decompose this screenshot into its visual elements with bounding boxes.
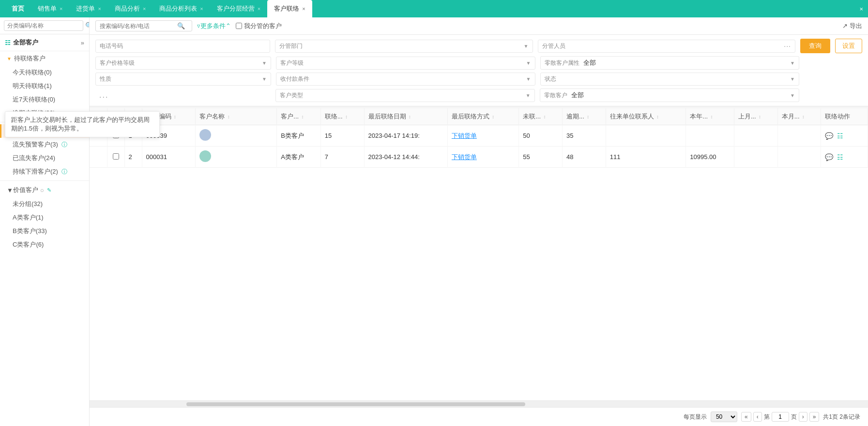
collapse-sidebar-icon[interactable]: » — [81, 39, 84, 46]
sort-icon-type: ↕ — [301, 114, 304, 119]
price-level-field[interactable]: 客户价格等级 ▼ — [95, 57, 271, 70]
info-icon-2: ⓘ — [61, 141, 67, 148]
export-button[interactable]: ↗ 导出 — [842, 22, 862, 30]
col-contact[interactable]: 联络... ↕ — [320, 108, 364, 125]
dept-field[interactable]: 分管部门 ▼ — [275, 40, 533, 53]
expand-icon: ▼ — [7, 56, 12, 61]
sort-icon-date: ↕ — [409, 114, 411, 119]
sort-icon-code: ↕ — [174, 114, 176, 119]
tab-purchase[interactable]: 进货单 × — [69, 0, 107, 17]
customer-type-field[interactable]: 客户类型 ▼ — [275, 89, 535, 102]
row2-method-link[interactable]: 下销货单 — [452, 153, 477, 161]
phone-field[interactable]: 电话号码 — [95, 40, 270, 53]
sidebar-item-c-type-label: C类客户(6) — [13, 241, 44, 248]
manager-field[interactable]: 分管人员 ··· — [538, 40, 796, 53]
more-conditions-btn[interactable]: ▿ 更多条件 ⌃ — [197, 22, 231, 30]
adv-row-1: 电话号码 分管部门 ▼ 分管人员 ··· 查询 设置 — [95, 39, 862, 53]
pagination-bar: 每页显示 50 20 100 « ‹ 第 页 › » 共1页 2条记录 — [90, 407, 868, 426]
sidebar-search-icon[interactable]: 🔍 — [85, 22, 90, 29]
last-page-btn[interactable]: » — [809, 412, 820, 422]
col-overdue[interactable]: 逾期... ↕ — [562, 108, 606, 125]
sidebar-item-today[interactable]: 今天待联络(0) — [0, 66, 89, 79]
tab-sales[interactable]: 销售单 × — [31, 0, 69, 17]
customer-level-field[interactable]: 客户等级 ▼ — [276, 57, 535, 70]
sidebar-item-c-type[interactable]: C类客户(6) — [0, 238, 89, 251]
scroll-thumb[interactable] — [186, 402, 525, 406]
row2-chat-icon[interactable]: 💬 — [825, 153, 833, 161]
status-field[interactable]: 状态 ▼ — [540, 73, 800, 86]
page-number-input[interactable] — [772, 412, 789, 422]
col-unit-contact[interactable]: 往来单位联系人 ↕ — [606, 108, 686, 125]
col-last-method[interactable]: 最后联络方式 ↕ — [447, 108, 518, 125]
next-page-btn[interactable]: › — [799, 412, 807, 422]
sidebar-item-already-lost-label: 已流失客户(24) — [13, 154, 55, 162]
my-customers-check[interactable]: 我分管的客户 — [236, 22, 282, 30]
col-this-year[interactable]: 本年... ↕ — [686, 108, 734, 125]
first-page-btn[interactable]: « — [741, 412, 751, 422]
edit-icon[interactable]: ✎ — [47, 187, 51, 193]
info-icon-3: ⓘ — [61, 168, 67, 175]
row2-grid-icon[interactable]: ☷ — [837, 153, 843, 161]
retail-attr-field[interactable]: 零散客户属性 全部 ▼ — [540, 56, 800, 70]
row1-grid-icon[interactable]: ☷ — [837, 132, 843, 140]
col-last-date[interactable]: 最后联络日期 ↕ — [364, 108, 447, 125]
table-section: ⚙ 客户编码 ↕ 客户名称 ↕ — [90, 108, 868, 400]
col-cust-type[interactable]: 客户... ↕ — [277, 108, 320, 125]
row1-method-link[interactable]: 下销货单 — [452, 132, 477, 139]
sidebar-item-already-lost[interactable]: 已流失客户(24) — [0, 151, 89, 165]
tab-product-list[interactable]: 商品分析列表 × — [152, 0, 210, 17]
sidebar-item-7days[interactable]: 近7天待联络(0) — [0, 93, 89, 106]
all-customers-header[interactable]: ☷ 全部客户 » — [0, 34, 89, 51]
tab-home[interactable]: 首页 — [5, 0, 31, 17]
price-level-label: 客户价格等级 — [100, 59, 135, 67]
tab-product-analysis-close[interactable]: × — [143, 6, 146, 12]
retail-customer-field[interactable]: 零散客户 全部 ▼ — [540, 88, 799, 102]
sidebar-pending-group[interactable]: ▼ 待联络客户 — [0, 51, 89, 66]
prev-page-btn[interactable]: ‹ — [753, 412, 762, 422]
sidebar-item-continuous-down[interactable]: 持续下滑客户(2) ⓘ — [0, 165, 89, 178]
my-customers-checkbox[interactable] — [236, 23, 242, 29]
tab-product-analysis[interactable]: 商品分析 × — [108, 0, 152, 17]
col-name[interactable]: 客户名称 ↕ — [196, 108, 277, 125]
sidebar-search-input[interactable] — [4, 20, 83, 31]
tab-purchase-close[interactable]: × — [98, 6, 101, 12]
per-page-select[interactable]: 50 20 100 — [711, 411, 737, 422]
horizontal-scrollbar[interactable] — [90, 400, 868, 407]
manager-label: 分管人员 — [542, 42, 565, 50]
row1-this-year — [686, 125, 734, 147]
retail-attr-caret-icon: ▼ — [790, 60, 795, 66]
gender-field[interactable]: 性质 ▼ — [95, 73, 271, 86]
settings-button[interactable]: 设置 — [835, 39, 862, 53]
col-this-month[interactable]: 本月... ↕ — [777, 108, 821, 125]
tab-customer-tier-close[interactable]: × — [258, 6, 260, 12]
sidebar-item-b-type[interactable]: B类客户(33) — [0, 224, 89, 238]
sidebar-item-ungroup[interactable]: 未分组(32) — [0, 197, 89, 211]
adv-row-3: 性质 ▼ 收付款条件 ▼ 状态 ▼ — [95, 73, 862, 86]
sidebar-item-a-type[interactable]: A类客户(1) — [0, 211, 89, 224]
search-box[interactable]: 🔍 — [95, 20, 192, 31]
tab-customer-tier[interactable]: 客户分层经营 × — [210, 0, 267, 17]
tab-customer-contact-close[interactable]: × — [302, 6, 305, 12]
row2-cust-type: A类客户 — [277, 147, 320, 168]
row1-last-month — [734, 125, 777, 147]
row2-checkbox-cell[interactable] — [107, 147, 124, 168]
sidebar-item-tomorrow[interactable]: 明天待联络(1) — [0, 79, 89, 93]
customer-level-label: 客户等级 — [280, 59, 304, 67]
sidebar-item-loss-risk[interactable]: 流失预警客户(3) ⓘ — [0, 138, 89, 151]
value-group-label: 价值客户 — [13, 186, 38, 194]
circle-icon: ○ — [40, 187, 44, 194]
tab-product-list-close[interactable]: × — [200, 6, 203, 12]
query-button[interactable]: 查询 — [800, 39, 830, 53]
row2-checkbox[interactable] — [113, 153, 119, 160]
row1-no-contact: 50 — [519, 125, 563, 147]
col-no-contact[interactable]: 未联... ↕ — [519, 108, 563, 125]
col-last-month[interactable]: 上月... ↕ — [734, 108, 777, 125]
row1-chat-icon[interactable]: 💬 — [825, 132, 833, 140]
close-all-button[interactable]: × — [859, 4, 863, 13]
payment-field[interactable]: 收付款条件 ▼ — [276, 73, 535, 86]
tab-customer-contact[interactable]: 客户联络 × — [267, 0, 312, 17]
tab-sales-close[interactable]: × — [60, 6, 62, 12]
export-icon: ↗ — [842, 22, 848, 29]
sidebar-value-group[interactable]: ▼ 价值客户 ○ ✎ — [0, 183, 89, 197]
search-input[interactable] — [100, 23, 177, 29]
